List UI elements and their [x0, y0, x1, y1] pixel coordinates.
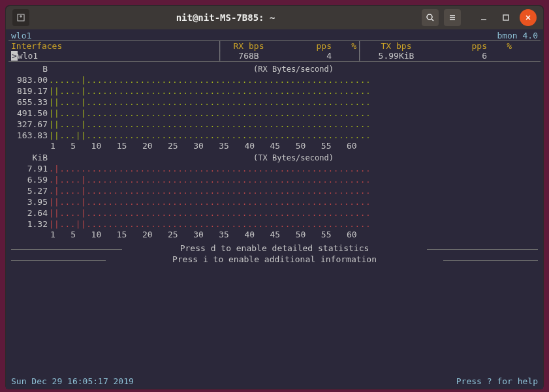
maximize-button[interactable]	[497, 9, 514, 26]
separator-icon: │	[356, 41, 363, 51]
tx-bar-row: ||...||.................................…	[49, 220, 538, 229]
row-tx-pct	[487, 51, 512, 61]
hdr-interfaces: Interfaces	[11, 41, 217, 51]
terminal-body[interactable]: wlo1 bmon 4.0 Interfaces │ RX bps pps % …	[6, 29, 543, 389]
tx-y-label: 2.64	[11, 208, 49, 218]
search-button[interactable]	[422, 9, 439, 26]
row-rx-pps: 4	[274, 51, 332, 61]
tx-chart-title: (TX Bytes/second)	[49, 153, 538, 162]
row-rx-pct	[332, 51, 356, 61]
tx-y-label: 7.91	[11, 164, 49, 173]
close-button[interactable]	[520, 9, 537, 26]
status-help: Press ? for help	[456, 376, 538, 386]
minimize-button[interactable]	[475, 9, 492, 26]
svg-point-3	[427, 14, 432, 20]
row-tx-bps: 5.99KiB	[363, 51, 430, 61]
titlebar: nit@nit-MS-7B85: ~	[6, 6, 543, 29]
bmon-version: bmon 4.0	[497, 31, 538, 40]
rx-bar-row: ||....|.................................…	[49, 109, 538, 118]
row-name: >wlo1	[11, 51, 217, 61]
separator-icon: │	[217, 41, 223, 51]
tx-x-axis: 1 5 10 15 20 25 30 35 40 45 50 55 60	[11, 230, 538, 239]
rx-y-label: 655.33	[11, 97, 49, 107]
selection-marker: >	[11, 51, 18, 61]
separator-icon: │	[356, 51, 363, 61]
rx-chart: B (RX Bytes/second) 983.00......|.......…	[8, 62, 541, 151]
tx-y-label: 5.27	[11, 186, 49, 196]
window-title: nit@nit-MS-7B85: ~	[31, 12, 420, 23]
bmon-topline: wlo1 bmon 4.0	[8, 31, 541, 40]
status-bar: Sun Dec 29 16:05:17 2019 Press ? for hel…	[8, 376, 541, 386]
hint-i: Press i to enable additional information	[8, 254, 541, 265]
status-time: Sun Dec 29 16:05:17 2019	[11, 376, 134, 386]
interface-row[interactable]: >wlo1 │ 768B 4 │ 5.99KiB 6	[8, 51, 541, 61]
hdr-rx-pct: %	[332, 41, 356, 51]
tx-y-label: 1.32	[11, 219, 49, 229]
hdr-tx-pps: pps	[430, 41, 487, 51]
rx-bar-row: ||....|.................................…	[49, 98, 538, 107]
hdr-tx-bps: TX bps	[363, 41, 430, 51]
svg-rect-9	[503, 15, 509, 20]
rx-y-label: 491.50	[11, 108, 49, 118]
row-rx-bps: 768B	[223, 51, 274, 61]
tx-bar-row: .|......................................…	[49, 164, 538, 173]
column-headers: Interfaces │ RX bps pps % │ TX bps pps %	[8, 40, 541, 51]
separator-icon: │	[217, 51, 223, 61]
tx-bar-row: .|....|.................................…	[49, 187, 538, 196]
rx-y-label: 163.83	[11, 130, 49, 140]
tx-bar-row: ||....|.................................…	[49, 198, 538, 207]
rx-bar-row: ||....|.................................…	[49, 120, 538, 129]
menu-button[interactable]	[444, 9, 461, 26]
rx-y-label: 327.67	[11, 119, 49, 129]
rx-bar-row: ......|.................................…	[49, 76, 538, 85]
row-tx-pps: 6	[430, 51, 487, 61]
hdr-rx-pps: pps	[274, 41, 332, 51]
rx-y-label: 983.00	[11, 75, 49, 85]
rx-unit: B	[11, 64, 49, 74]
hdr-rx-bps: RX bps	[223, 41, 274, 51]
tx-chart: KiB (TX Bytes/second) 7.91.|............…	[8, 151, 541, 239]
svg-line-4	[431, 19, 433, 21]
rx-bar-row: ||...||.................................…	[49, 131, 538, 140]
current-interface: wlo1	[11, 31, 31, 40]
hint-d: Press d to enable detailed statistics	[8, 243, 541, 254]
rx-y-label: 819.17	[11, 86, 49, 96]
rx-x-axis: 1 5 10 15 20 25 30 35 40 45 50 55 60	[11, 141, 538, 151]
tx-bar-row: ||....|.................................…	[49, 209, 538, 218]
rx-bar-row: ||....|.................................…	[49, 87, 538, 96]
tx-bar-row: .|....|.................................…	[49, 175, 538, 185]
rx-chart-title: (RX Bytes/second)	[49, 65, 538, 74]
tx-y-label: 6.59	[11, 175, 49, 185]
tx-y-label: 3.95	[11, 197, 49, 207]
terminal-window: nit@nit-MS-7B85: ~ wlo1 bmon 4.0	[5, 5, 544, 389]
new-tab-button[interactable]	[12, 9, 29, 26]
hdr-tx-pct: %	[487, 41, 512, 51]
tx-unit: KiB	[11, 153, 49, 162]
